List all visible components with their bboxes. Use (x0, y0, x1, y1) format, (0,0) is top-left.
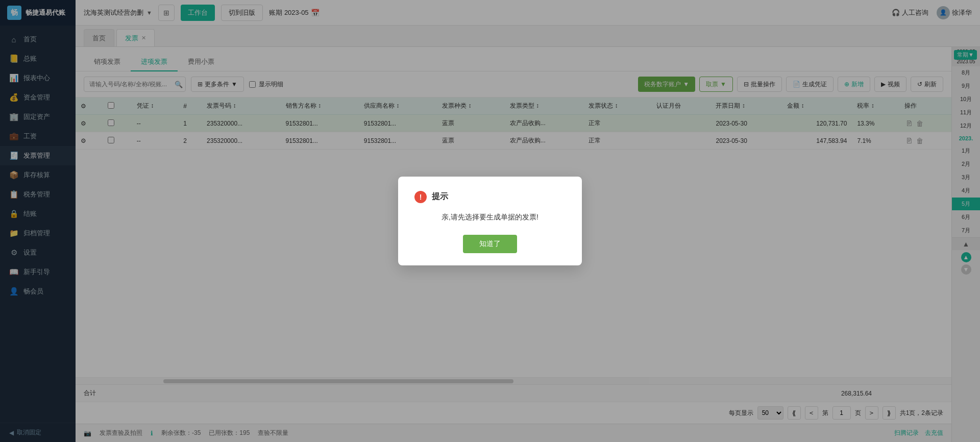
modal-footer: 知道了 (414, 235, 566, 253)
modal-title: ! 提示 (414, 191, 566, 203)
modal-box: ! 提示 亲,请先选择要生成单据的发票! 知道了 (398, 177, 582, 265)
modal-confirm-btn[interactable]: 知道了 (463, 235, 517, 253)
warning-icon: ! (414, 191, 427, 203)
modal-title-text: 提示 (432, 191, 448, 202)
modal-body: 亲,请先选择要生成单据的发票! (414, 211, 566, 223)
modal-overlay: ! 提示 亲,请先选择要生成单据的发票! 知道了 (0, 0, 980, 442)
